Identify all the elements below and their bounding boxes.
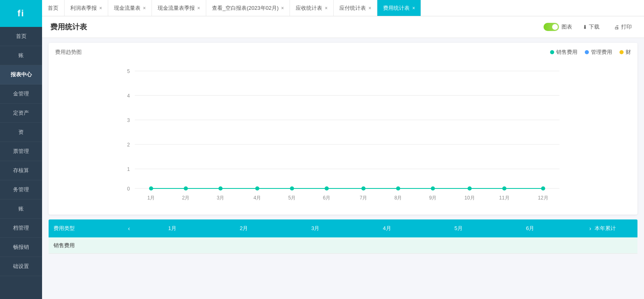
- close-icon[interactable]: ×: [99, 5, 102, 11]
- svg-text:11月: 11月: [499, 195, 509, 201]
- tab-cashflow-label: 现金流量表: [114, 4, 140, 12]
- sidebar-item-inventory[interactable]: 存核算: [0, 161, 42, 180]
- print-label: 打印: [621, 23, 632, 31]
- th-year-total: › 本年累计: [566, 225, 637, 232]
- chart-svg-wrap: 5 4 3 2 1 0: [55, 61, 631, 209]
- th-month-5-label: 5月: [455, 225, 463, 232]
- page-header: 费用统计表 图表 ⬇ 下载 🖨 打印: [42, 16, 644, 38]
- th-month-6: 6月: [494, 225, 566, 232]
- close-icon[interactable]: ×: [197, 5, 200, 11]
- print-button[interactable]: 🖨 打印: [610, 21, 636, 33]
- tab-receivable-label: 应收统计表: [296, 4, 322, 12]
- svg-text:1: 1: [127, 166, 130, 172]
- chart-title: 费用趋势图: [55, 49, 82, 56]
- close-icon[interactable]: ×: [412, 5, 415, 11]
- svg-text:2月: 2月: [182, 195, 190, 201]
- chart-toggle-label: 图表: [544, 23, 572, 31]
- legend-mgmt: 管理费用: [585, 49, 612, 56]
- sidebar-item-assets[interactable]: 定资产: [0, 104, 42, 123]
- svg-text:4月: 4月: [254, 195, 261, 201]
- trend-chart: 5 4 3 2 1 0: [55, 61, 631, 208]
- table-row: 销售费用: [49, 237, 637, 254]
- tab-cashflow-quarterly-label: 现金流量表季报: [158, 4, 195, 12]
- legend-finance: 财: [619, 49, 631, 56]
- download-button[interactable]: ⬇ 下载: [579, 21, 604, 33]
- svg-text:8月: 8月: [394, 195, 402, 201]
- app-logo: fi: [0, 0, 42, 27]
- th-month-2: 2月: [208, 225, 279, 232]
- tab-payable[interactable]: 应付统计表 ×: [334, 0, 377, 16]
- tab-expense-stats-label: 费用统计表: [383, 4, 410, 12]
- sidebar-item-files[interactable]: 档管理: [0, 219, 42, 238]
- th-month-4-label: 4月: [383, 225, 391, 232]
- next-arrow[interactable]: ›: [588, 225, 593, 232]
- svg-text:10月: 10月: [464, 195, 475, 201]
- svg-text:7月: 7月: [360, 195, 368, 201]
- th-month-6-label: 6月: [526, 225, 534, 232]
- legend-sales-label: 销售费用: [556, 49, 577, 56]
- sidebar-item-account[interactable]: 账: [0, 46, 42, 65]
- tab-blank-report-label: 查看_空白报表(2023年02月): [212, 4, 279, 12]
- sidebar-item-reports[interactable]: 报表中心: [0, 65, 42, 84]
- content-area: 费用统计表 图表 ⬇ 下载 🖨 打印 费用趋势图: [42, 16, 644, 299]
- close-icon[interactable]: ×: [143, 5, 146, 11]
- th-month-3: 3月: [280, 225, 351, 232]
- tab-blank-report[interactable]: 查看_空白报表(2023年02月) ×: [206, 0, 290, 16]
- download-label: 下载: [589, 23, 599, 31]
- th-type: 费用类型 ‹: [49, 225, 136, 232]
- th-month-3-label: 3月: [311, 225, 319, 232]
- th-month-1: 1月: [136, 225, 208, 232]
- close-icon[interactable]: ×: [281, 5, 284, 11]
- table-section: 费用类型 ‹ 1月 2月 3月 4月 5月: [49, 219, 637, 299]
- svg-point-16: [290, 186, 294, 190]
- svg-text:9月: 9月: [429, 195, 437, 201]
- svg-point-19: [396, 186, 400, 190]
- toggle-text: 图表: [562, 23, 572, 31]
- sidebar-item-finance[interactable]: 金管理: [0, 84, 42, 104]
- tab-home-label: 首页: [48, 4, 58, 12]
- sidebar-item-home[interactable]: 首页: [0, 27, 42, 46]
- print-icon: 🖨: [614, 24, 619, 30]
- th-month-5: 5月: [423, 225, 494, 232]
- tab-expense-stats[interactable]: 费用统计表 ×: [377, 0, 421, 16]
- tab-cashflow[interactable]: 现金流量表 ×: [108, 0, 152, 16]
- svg-point-15: [255, 186, 259, 190]
- svg-text:2: 2: [127, 142, 130, 148]
- legend-dot-mgmt: [585, 50, 589, 54]
- close-icon[interactable]: ×: [368, 5, 371, 11]
- main-area: 首页 利润表季报 × 现金流量表 × 现金流量表季报 × 查看_空白报表(202…: [42, 0, 644, 299]
- tab-receivable[interactable]: 应收统计表 ×: [290, 0, 334, 16]
- svg-text:6月: 6月: [323, 195, 331, 201]
- legend-dot-sales: [550, 50, 554, 54]
- download-icon: ⬇: [583, 24, 587, 30]
- chart-legend: 销售费用 管理费用 财: [550, 49, 631, 56]
- td-type: 销售费用: [49, 242, 136, 249]
- header-actions: 图表 ⬇ 下载 🖨 打印: [544, 21, 636, 33]
- chart-container: 费用趋势图 销售费用 管理费用 财: [49, 43, 637, 215]
- tab-home[interactable]: 首页: [42, 0, 65, 16]
- svg-point-20: [431, 186, 435, 190]
- chart-toggle[interactable]: [544, 23, 559, 31]
- prev-arrow[interactable]: ‹: [126, 225, 131, 232]
- sidebar-item-settings[interactable]: 础设置: [0, 257, 42, 276]
- svg-point-13: [184, 186, 188, 190]
- svg-point-23: [541, 186, 545, 190]
- svg-text:5月: 5月: [288, 195, 296, 201]
- tab-payable-label: 应付统计表: [339, 4, 366, 12]
- tab-bar: 首页 利润表季报 × 现金流量表 × 现金流量表季报 × 查看_空白报表(202…: [42, 0, 644, 16]
- svg-point-14: [218, 186, 223, 190]
- svg-text:12月: 12月: [538, 195, 548, 201]
- tab-cashflow-quarterly[interactable]: 现金流量表季报 ×: [152, 0, 206, 16]
- sidebar-item-tickets[interactable]: 票管理: [0, 142, 42, 161]
- svg-text:0: 0: [127, 186, 130, 192]
- svg-text:3月: 3月: [217, 195, 225, 201]
- sidebar-item-expense[interactable]: 畅报销: [0, 238, 42, 257]
- svg-point-17: [325, 186, 329, 190]
- close-icon[interactable]: ×: [325, 5, 328, 11]
- tab-profit-quarterly[interactable]: 利润表季报 ×: [65, 0, 108, 16]
- sidebar-item-services[interactable]: 务管理: [0, 180, 42, 199]
- sidebar-item-ledger[interactable]: 账: [0, 199, 42, 219]
- legend-sales: 销售费用: [550, 49, 577, 56]
- svg-point-22: [502, 186, 506, 190]
- sidebar-item-capital[interactable]: 资: [0, 123, 42, 142]
